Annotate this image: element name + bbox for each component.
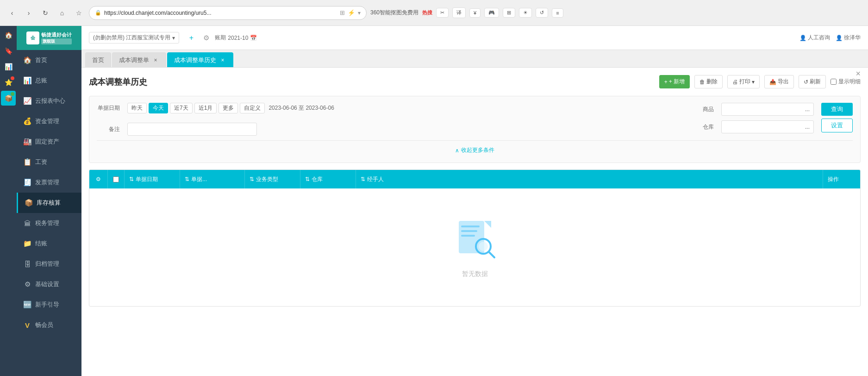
tab-cost-adjust-close[interactable]: × bbox=[152, 56, 159, 64]
remark-input[interactable] bbox=[127, 123, 257, 136]
address-bar[interactable]: 🔒 https://cloud.chanjet.com/accounting/u… bbox=[89, 6, 367, 20]
refresh-label: 刷新 bbox=[810, 78, 821, 86]
tab-home-label: 首页 bbox=[92, 56, 104, 64]
sort-icon-handler: ⇅ bbox=[361, 176, 365, 182]
th-handler[interactable]: ⇅ 经手人 bbox=[356, 170, 823, 188]
undo-tool[interactable]: ↺ bbox=[536, 8, 548, 18]
game-tool[interactable]: 🎮 bbox=[484, 8, 499, 18]
support-link[interactable]: 👤 人工咨询 bbox=[799, 34, 830, 42]
sidebar-label-home: 首页 bbox=[35, 56, 47, 64]
browser-tools: 360智能抠图免费用 热搜 ✂ 译 ¥ 🎮 ⊞ ☀ ↺ ≡ bbox=[370, 7, 563, 18]
sidebar-item-home[interactable]: 🏠 首页 bbox=[17, 50, 81, 70]
empty-state: 暂无数据 bbox=[89, 188, 860, 306]
wallet-tool[interactable]: ¥ bbox=[469, 8, 481, 18]
today-btn[interactable]: 今天 bbox=[149, 103, 168, 113]
sidebar-item-guide[interactable]: 🆕 新手引导 bbox=[17, 295, 81, 315]
table-checkbox-cell[interactable] bbox=[108, 170, 125, 188]
sidebar-item-inventory[interactable]: 📦 库存核算 bbox=[17, 193, 81, 213]
sidebar: 会 畅捷通好会计 旗舰版 🏠 首页 📊 总账 📈 云报表中心 💰 资金管理 🏭 … bbox=[17, 26, 81, 376]
sidebar-item-settings[interactable]: ⚙ 基础设置 bbox=[17, 274, 81, 295]
th-no-label: 单据... bbox=[191, 175, 207, 183]
th-warehouse[interactable]: ⇅ 仓库 bbox=[300, 170, 356, 188]
company-selector[interactable]: (勿删勿禁用) 江西服宝测试专用 ▾ bbox=[89, 32, 179, 44]
back-button[interactable]: ‹ bbox=[6, 6, 19, 19]
warehouse-selector[interactable]: ... bbox=[721, 120, 814, 133]
menu-tool[interactable]: ≡ bbox=[552, 8, 563, 18]
th-type[interactable]: ⇅ 业务类型 bbox=[245, 170, 300, 188]
main-content: (勿删勿禁用) 江西服宝测试专用 ▾ + ⚙ 账期 2021-10 📅 👤 人工… bbox=[81, 26, 868, 376]
th-handler-label: 经手人 bbox=[367, 175, 384, 183]
sidebar-item-tax[interactable]: 🏛 税务管理 bbox=[17, 213, 81, 233]
grid-tool[interactable]: ⊞ bbox=[503, 8, 515, 18]
th-no[interactable]: ⇅ 单据... bbox=[180, 170, 245, 188]
table-header: ⚙ ⇅ 单据日期 ⇅ 单据... ⇅ 业务类型 bbox=[89, 170, 860, 188]
collapse-button[interactable]: ∧ 收起更多条件 bbox=[455, 144, 494, 156]
query-button[interactable]: 查询 bbox=[821, 103, 853, 116]
theme-tool[interactable]: ☀ bbox=[519, 8, 532, 18]
th-date[interactable]: ⇅ 单据日期 bbox=[125, 170, 180, 188]
home-button[interactable]: ⌂ bbox=[56, 6, 69, 19]
filter-row-warehouse: 仓库 ... bbox=[691, 120, 814, 133]
sidebar-item-closing[interactable]: 📁 结账 bbox=[17, 233, 81, 254]
print-button[interactable]: 🖨 打印 ▾ bbox=[727, 75, 760, 88]
star-button[interactable]: ☆ bbox=[72, 6, 85, 19]
scissors-tool[interactable]: ✂ bbox=[436, 8, 449, 18]
reports-icon: 📈 bbox=[23, 97, 31, 105]
forward-button[interactable]: › bbox=[22, 6, 35, 19]
search-label: 360智能抠图免费用 bbox=[370, 9, 418, 17]
empty-text: 暂无数据 bbox=[462, 270, 488, 278]
mini-chart-icon[interactable]: 📊 bbox=[1, 59, 16, 74]
new-button[interactable]: + + 新增 bbox=[659, 75, 690, 88]
translate-tool[interactable]: 译 bbox=[452, 7, 466, 18]
week-btn[interactable]: 近7天 bbox=[170, 103, 193, 113]
window-close-button[interactable]: × bbox=[852, 67, 864, 81]
mini-active-icon[interactable]: 📦 bbox=[1, 91, 16, 106]
print-icon: 🖨 bbox=[732, 79, 738, 85]
table-settings-icon: ⚙ bbox=[96, 176, 101, 182]
grid-icon: ⊞ bbox=[340, 9, 345, 16]
select-all-checkbox[interactable] bbox=[113, 176, 119, 182]
tab-cost-adjust[interactable]: 成本调整单 × bbox=[112, 52, 166, 67]
refresh-button[interactable]: ↻ bbox=[39, 6, 52, 19]
warehouse-ellipsis: ... bbox=[805, 124, 810, 130]
th-warehouse-label: 仓库 bbox=[312, 175, 323, 183]
user-menu[interactable]: 👤 徐泽华 bbox=[836, 34, 861, 42]
support-icon: 👤 bbox=[799, 35, 806, 41]
settings-gear-icon[interactable]: ⚙ bbox=[203, 34, 209, 42]
delete-button[interactable]: 🗑 删除 bbox=[694, 75, 723, 88]
sidebar-item-member[interactable]: V 畅会员 bbox=[17, 315, 81, 335]
calendar-icon[interactable]: 📅 bbox=[250, 35, 257, 41]
member-icon: V bbox=[23, 321, 31, 329]
sidebar-item-assets[interactable]: 🏭 固定资产 bbox=[17, 132, 81, 152]
sidebar-item-reports[interactable]: 📈 云报表中心 bbox=[17, 91, 81, 111]
yesterday-btn[interactable]: 昨天 bbox=[127, 103, 147, 113]
filter-row-goods: 商品 ... bbox=[691, 103, 814, 116]
filter-row-remark: 备注 bbox=[97, 123, 665, 136]
export-button[interactable]: 📤 导出 bbox=[764, 75, 794, 88]
sidebar-item-archive[interactable]: 🗄 归档管理 bbox=[17, 254, 81, 274]
tab-cost-adjust-history-close[interactable]: × bbox=[219, 56, 226, 64]
mini-star-icon[interactable]: ⭐ bbox=[1, 75, 16, 90]
tab-bar: 首页 成本调整单 × 成本调整单历史 × × bbox=[81, 50, 868, 68]
custom-btn[interactable]: 自定义 bbox=[240, 103, 265, 113]
show-col-checkbox[interactable] bbox=[831, 79, 837, 85]
sidebar-item-capital[interactable]: 💰 资金管理 bbox=[17, 111, 81, 132]
settings-icon: ⚙ bbox=[23, 280, 31, 288]
sidebar-label-tax: 税务管理 bbox=[35, 219, 59, 227]
filter-settings-button[interactable]: 设置 bbox=[821, 119, 853, 132]
add-company-button[interactable]: + bbox=[185, 31, 198, 44]
sidebar-item-salary[interactable]: 📋 工资 bbox=[17, 152, 81, 172]
mini-bookmark-icon[interactable]: 🔖 bbox=[1, 44, 16, 58]
tab-cost-adjust-history[interactable]: 成本调整单历史 × bbox=[167, 52, 233, 67]
sidebar-item-ledger[interactable]: 📊 总账 bbox=[17, 70, 81, 91]
collapse-label: 收起更多条件 bbox=[461, 146, 494, 154]
mini-home-icon[interactable]: 🏠 bbox=[1, 28, 16, 43]
refresh-button[interactable]: ↺ 刷新 bbox=[799, 75, 826, 88]
month-btn[interactable]: 近1月 bbox=[194, 103, 217, 113]
goods-selector[interactable]: ... bbox=[721, 103, 814, 116]
filter-action-buttons: 查询 设置 bbox=[821, 103, 853, 132]
sidebar-item-invoice[interactable]: 🧾 发票管理 bbox=[17, 172, 81, 193]
table-settings-cell[interactable]: ⚙ bbox=[89, 170, 108, 188]
more-btn[interactable]: 更多 bbox=[219, 103, 238, 113]
tab-home[interactable]: 首页 bbox=[85, 52, 111, 67]
